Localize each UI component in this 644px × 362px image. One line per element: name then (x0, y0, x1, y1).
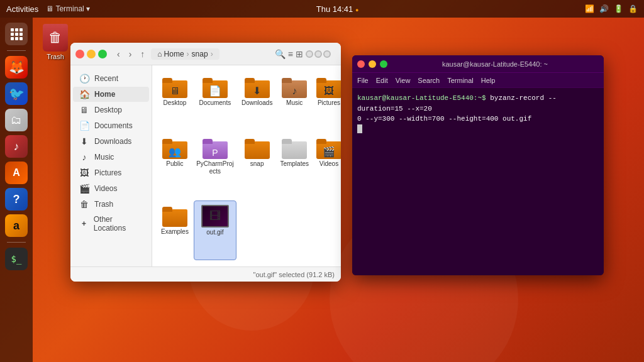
fm-back-button[interactable]: ‹ (114, 48, 123, 60)
fm-body: 🕐 Recent 🏠 Home 🖥 Desktop 📄 Documents ⬇ … (70, 65, 341, 266)
term-menu-terminal[interactable]: Terminal (447, 77, 474, 84)
term-menu-file[interactable]: File (357, 77, 369, 84)
file-pycharmprojects[interactable]: P PyCharmProjects (194, 133, 236, 199)
public-folder-icon: 👥 (162, 136, 187, 159)
thunderbird-icon: 🐦 (9, 86, 25, 101)
files-icon: 🗂 (11, 114, 22, 127)
fm-location-bar[interactable]: ⌂ Home › snap › (151, 48, 219, 60)
term-maximize-button[interactable] (380, 60, 387, 68)
fm-snap-breadcrumb: snap (192, 50, 208, 58)
pycharm-label: PyCharmProjects (196, 160, 234, 175)
term-menu-view[interactable]: View (396, 77, 411, 84)
music-icon: ♪ (79, 152, 89, 162)
sidebar-item-videos[interactable]: 🎬 Videos (73, 181, 149, 196)
file-templates[interactable]: Templates (277, 133, 311, 199)
trash-label: Trash (47, 53, 64, 60)
terminal-icon: $_ (11, 254, 22, 264)
topbar-right: 📶 🔊 🔋 🔒 (585, 4, 638, 13)
network-icon[interactable]: 📶 (585, 4, 594, 13)
fm-forward-button[interactable]: › (126, 48, 135, 60)
file-out-gif[interactable]: 🎞 out.gif (194, 200, 236, 260)
desktop-folder-icon: 🖥 (162, 75, 187, 98)
sidebar-item-documents[interactable]: 📄 Documents (73, 118, 149, 133)
term-content[interactable]: kausar@kausar-Latitude-E5440:~$ byzanz-r… (352, 88, 604, 275)
downloads-icon: ⬇ (79, 136, 89, 146)
file-music[interactable]: ♪ Music (277, 72, 311, 130)
fm-path-separator-2: › (211, 50, 213, 58)
sidebar-item-downloads[interactable]: ⬇ Downloads (73, 134, 149, 149)
fm-content: 🖥 Desktop 📄 Documents (152, 65, 341, 266)
activities-button[interactable]: Activities (6, 4, 38, 14)
firefox-icon: 🦊 (9, 60, 25, 75)
dock-icon-rhythmbox[interactable]: ♪ (5, 135, 28, 158)
pictures-icon: 🖼 (79, 168, 89, 178)
file-snap[interactable]: snap (239, 133, 275, 199)
sidebar-item-desktop[interactable]: 🖥 Desktop (73, 102, 149, 118)
dock-separator (7, 50, 26, 51)
sidebar-item-other-locations[interactable]: + Other Locations (73, 212, 149, 235)
term-title: kausar@kausar-Latitude-E5440: ~ (391, 60, 599, 68)
topbar: Activities 🖥 Terminal ▾ Thu 14:41 ● 📶 🔊 … (0, 0, 644, 18)
videos-icon: 🎬 (79, 184, 89, 194)
topbar-left: Activities 🖥 Terminal ▾ (6, 4, 90, 14)
term-titlebar: kausar@kausar-Latitude-E5440: ~ (352, 55, 604, 73)
file-documents[interactable]: 📄 Documents (194, 72, 236, 130)
dock-icon-software[interactable]: A (5, 162, 28, 184)
desktop-trash[interactable]: 🗑 Trash (43, 24, 68, 60)
fm-maximize-button[interactable] (98, 50, 107, 58)
videos-label: Videos (319, 160, 338, 168)
fm-titlebar: ‹ › ↑ ⌂ Home › snap › 🔍 ≡ ⊞ (70, 43, 341, 65)
dock-icon-files[interactable]: 🗂 (5, 109, 28, 131)
dock-icon-thunderbird[interactable]: 🐦 (5, 82, 28, 105)
fm-close-button[interactable] (75, 50, 84, 58)
downloads-label: Downloads (242, 99, 272, 107)
trash-icon: 🗑 (43, 24, 68, 52)
sidebar-item-pictures[interactable]: 🖼 Pictures (73, 165, 149, 180)
terminal-window: kausar@kausar-Latitude-E5440: ~ File Edi… (352, 55, 604, 275)
sidebar-item-recent[interactable]: 🕐 Recent (73, 71, 149, 86)
file-videos[interactable]: 🎬 Videos (314, 133, 341, 199)
term-minimize-button[interactable] (369, 60, 376, 68)
fm-up-button[interactable]: ↑ (138, 48, 147, 60)
sidebar-item-music[interactable]: ♪ Music (73, 150, 149, 165)
dock-icon-terminal[interactable]: $_ (5, 248, 28, 270)
show-apps-button[interactable] (5, 23, 28, 45)
help-icon: ? (13, 193, 20, 206)
documents-icon: 📄 (79, 121, 89, 131)
out-gif-label: out.gif (206, 229, 223, 236)
dock-icon-amazon[interactable]: a (5, 214, 28, 237)
desktop-label: Desktop (164, 99, 187, 107)
home-icon: ⌂ (157, 50, 162, 58)
fm-view-options-button[interactable]: ≡ (288, 49, 293, 59)
fm-status-text: "out.gif" selected (91.2 kB) (253, 271, 335, 278)
dock-icon-firefox[interactable]: 🦊 (5, 56, 28, 79)
file-examples[interactable]: Examples (158, 200, 191, 260)
fm-grid-view-button[interactable]: ⊞ (296, 49, 303, 59)
topbar-clock: Thu 14:41 ● (316, 4, 359, 14)
term-menu-edit[interactable]: Edit (376, 77, 388, 84)
videos-folder-icon: 🎬 (316, 136, 341, 159)
term-menu-help[interactable]: Help (481, 77, 496, 84)
sidebar-item-home[interactable]: 🏠 Home (73, 87, 149, 102)
fm-search-button[interactable]: 🔍 (275, 49, 286, 59)
term-menu-search[interactable]: Search (418, 77, 440, 84)
music-folder-icon: ♪ (282, 75, 307, 98)
dock: 🦊 🐦 🗂 ♪ A ? a $_ (0, 18, 33, 362)
documents-folder-icon: 📄 (203, 75, 228, 98)
battery-icon[interactable]: 🔋 (614, 4, 623, 13)
volume-icon[interactable]: 🔊 (599, 4, 609, 13)
file-downloads[interactable]: ⬇ Downloads (239, 72, 275, 130)
examples-folder-icon (162, 204, 187, 227)
file-public[interactable]: 👥 Public (158, 133, 191, 199)
lock-icon[interactable]: 🔒 (628, 4, 638, 13)
fm-sidebar: 🕐 Recent 🏠 Home 🖥 Desktop 📄 Documents ⬇ … (70, 65, 152, 266)
dock-icon-help[interactable]: ? (5, 188, 28, 211)
file-pictures[interactable]: 🖼 Pictures (314, 72, 341, 130)
downloads-folder-icon: ⬇ (245, 75, 270, 98)
pictures-folder-icon: 🖼 (316, 75, 341, 98)
term-close-button[interactable] (357, 60, 365, 68)
sidebar-item-trash[interactable]: 🗑 Trash (73, 197, 149, 212)
fm-minimize-button[interactable] (87, 50, 96, 58)
file-desktop[interactable]: 🖥 Desktop (158, 72, 191, 130)
amazon-icon: a (13, 219, 19, 233)
